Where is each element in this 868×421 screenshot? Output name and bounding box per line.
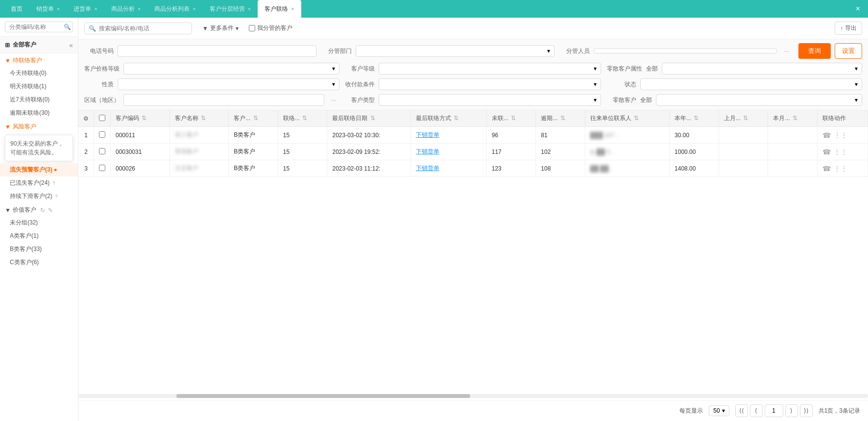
filter-row-3: 性质 ▾ 收付款条件 ▾ 状态 [84,78,862,90]
filter-price-field: 客户价格等级 ▾ [84,63,339,74]
filter-manager-ellipsis[interactable]: ··· [781,45,793,57]
cell-lmonth-2 [719,144,768,160]
sort-tmonth-icon[interactable]: ⇅ [793,115,797,122]
tab-sales-close[interactable]: × [57,6,60,12]
horizontal-scrollbar[interactable] [78,392,868,400]
sort-uncontacted-icon[interactable]: ⇅ [511,115,516,122]
more-action-icon-2[interactable]: ⋮⋮ [834,148,847,156]
tab-customer-tier[interactable]: 客户分层经营 × [203,0,258,18]
sort-contact-icon[interactable]: ⇅ [302,115,307,122]
my-customers-checkbox[interactable] [249,25,255,31]
select-all-checkbox[interactable] [99,115,105,121]
sidebar-item-declining[interactable]: 持续下滑客户(2) ？ [0,190,78,203]
sort-name-icon[interactable]: ⇅ [201,115,206,122]
contact-action-icon-1[interactable]: ☎ [822,131,831,139]
filter-zero-customer-select[interactable]: ▾ [656,94,862,106]
sidebar-item-churn-warning[interactable]: 流失预警客户(3) ● [0,163,78,176]
cell-method-1[interactable]: 下销货单 [410,127,486,144]
table-container: ⚙ 客户编码 ⇅ 客户名称 ⇅ 客户... ⇅ 联络... ⇅ 最后联络日期 ⇅… [78,110,868,392]
tab-analysis[interactable]: 商品分析 × [104,0,147,18]
page-next-btn[interactable]: ⟩ [785,404,798,417]
row-checkbox-2[interactable] [99,148,105,154]
scrollbar-thumb[interactable] [176,394,470,398]
sidebar-item-class-c[interactable]: C类客户(6) [0,256,78,269]
tab-sales[interactable]: 销货单 × [29,0,67,18]
cell-check-2[interactable] [94,144,111,160]
sidebar-item-7days[interactable]: 近7天待联络(0) [0,93,78,106]
tab-analysis-close[interactable]: × [138,6,141,12]
cell-uncontacted-3: 123 [486,160,536,177]
sidebar-item-churned[interactable]: 已流失客户(24) ？ [0,176,78,190]
filter-zero-attr-select[interactable]: ▾ [662,63,862,74]
cell-method-2[interactable]: 下销货单 [410,144,486,160]
tab-analysis-list-close[interactable]: × [193,6,195,12]
sidebar-section-risk[interactable]: ▼ 风险客户 [0,120,78,133]
page-last-btn[interactable]: ⟩⟩ [800,404,813,417]
my-customers-checkbox-container[interactable]: 我分管的客户 [249,24,292,32]
row-checkbox-3[interactable] [99,165,105,171]
refresh-icon[interactable]: ↻ [40,207,45,214]
filter-search-input[interactable] [99,25,188,32]
page-first-btn[interactable]: ⟨⟨ [735,404,748,417]
sort-method-icon[interactable]: ⇅ [454,115,458,122]
tab-purchase[interactable]: 进货单 × [67,0,104,18]
filter-area-input[interactable] [123,94,324,106]
page-number-input[interactable] [768,407,780,414]
filter-payment-select[interactable]: ▾ [379,78,601,90]
window-close-button[interactable]: × [852,4,864,13]
more-action-icon-3[interactable]: ⋮⋮ [834,165,847,173]
cell-check-3[interactable] [94,160,111,177]
cell-method-3[interactable]: 下销货单 [410,160,486,177]
sort-year-icon[interactable]: ⇅ [694,115,699,122]
sidebar-section-pending[interactable]: ▼ 待联络客户 [0,53,78,67]
page-size-label: 每页显示 [679,407,703,415]
tab-analysis-list[interactable]: 商品分析列表 × [147,0,202,18]
tab-customer-contact-close[interactable]: × [291,6,294,12]
filter-level-select[interactable]: ▾ [379,63,601,74]
contact-action-icon-2[interactable]: ☎ [822,148,831,156]
filter-status-select[interactable]: ▾ [640,78,862,90]
sidebar-item-ungrouped[interactable]: 未分组(32) [0,216,78,229]
more-conditions-btn[interactable]: ▼ 更多条件 ▾ [198,22,243,35]
query-button[interactable]: 查询 [798,43,831,59]
tab-purchase-close[interactable]: × [94,6,97,12]
sidebar-collapse-icon[interactable]: « [69,41,73,49]
sort-date-icon[interactable]: ⇅ [370,115,375,122]
edit-icon[interactable]: ✎ [48,207,53,214]
col-settings[interactable]: ⚙ [78,110,94,127]
sort-code-icon[interactable]: ⇅ [142,115,146,122]
filter-customer-type-select[interactable]: ▾ [379,94,601,106]
filter-nature-select[interactable]: ▾ [118,78,339,90]
settings-button[interactable]: 设置 [835,43,862,59]
sidebar-item-tomorrow[interactable]: 明天待联络(1) [0,80,78,93]
contact-action-icon-3[interactable]: ☎ [822,165,831,173]
sidebar-item-today[interactable]: 今天待联络(0) [0,67,78,80]
sidebar-item-class-a[interactable]: A类客户(1) [0,229,78,243]
filter-search-box[interactable]: 🔍 [84,23,192,34]
page-size-select[interactable]: 50 ▾ [709,405,729,416]
tab-customer-contact[interactable]: 客户联络 × [258,0,301,18]
sidebar-item-overdue[interactable]: 逾期未联络(30) [0,106,78,120]
tab-customer-tier-close[interactable]: × [248,6,251,12]
sort-type-icon[interactable]: ⇅ [253,115,258,122]
cell-check-1[interactable] [94,127,111,144]
cell-year-3: 1408.00 [670,160,719,177]
sidebar-item-class-b[interactable]: B类客户(33) [0,243,78,256]
export-button[interactable]: ↑ 导出 [835,22,862,35]
sort-lmonth-icon[interactable]: ⇅ [743,115,748,122]
filter-price-select[interactable]: ▾ [123,63,339,74]
sidebar-section-value[interactable]: ▼ 价值客户 ↻ ✎ [0,203,78,216]
more-action-icon-1[interactable]: ⋮⋮ [834,131,847,139]
row-checkbox-1[interactable] [99,131,105,138]
sidebar-search-input[interactable] [5,22,73,32]
page-prev-btn[interactable]: ⟨ [750,404,763,417]
sort-contacts-icon[interactable]: ⇅ [634,115,639,122]
grid-icon: ⊞ [5,42,10,49]
tab-home[interactable]: 首页 [4,0,29,18]
filter-phone-input[interactable] [118,45,316,57]
col-checkbox[interactable] [94,110,111,127]
filter-manager-select[interactable] [594,49,777,53]
filter-area-ellipsis[interactable]: ··· [328,94,340,106]
sort-overdue-icon[interactable]: ⇅ [560,115,565,122]
filter-dept-select[interactable]: ▾ [356,45,555,57]
